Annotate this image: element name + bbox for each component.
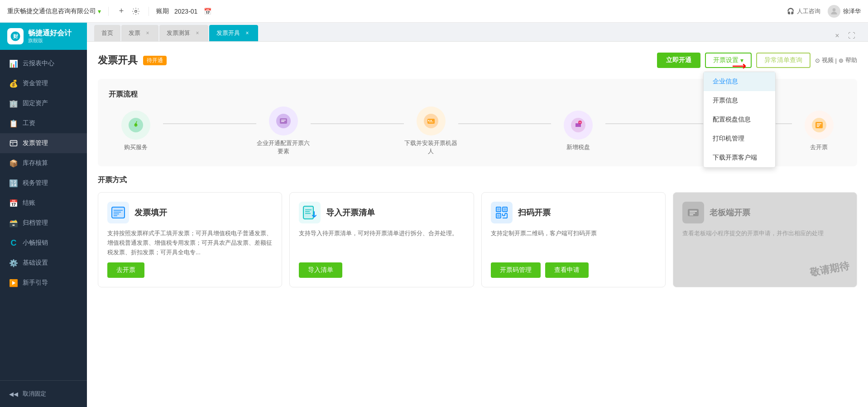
tab-bar: 首页 发票 × 发票测算 × 发票开具 × × ⛶: [87, 23, 868, 42]
topbar-settings-icon[interactable]: [130, 6, 141, 17]
window-maximize-icon[interactable]: ⛶: [846, 30, 857, 41]
logo-text-block: 畅捷通好会计 旗舰版: [28, 29, 72, 44]
saoma-action-button-2[interactable]: 查看申请: [545, 262, 589, 278]
sidebar-logo: 财 畅捷通好会计 旗舰版: [0, 23, 87, 50]
method-card-tiankong-title: 发票填开: [134, 207, 167, 218]
yunbaobiao-icon: 📊: [9, 59, 18, 68]
methods-grid: 发票填开 支持按照发票样式手工填开发票；可开具增值税电子普通发票、增值税普通发票…: [98, 192, 857, 287]
red-arrow-indicator: [731, 64, 749, 74]
dropdown-item-tax-disk[interactable]: 配置税盘信息: [704, 110, 775, 129]
flow-step-1: 购买服务: [109, 111, 163, 151]
topbar-right: 🎧 人工咨询 徐泽华: [787, 5, 861, 18]
flow-step-4-label: 新增税盘: [566, 143, 590, 151]
sidebar-item-label: 云报表中心: [23, 59, 54, 68]
dropdown-item-invoice-info[interactable]: 开票信息: [704, 91, 775, 110]
guidang-icon: 🗃️: [9, 218, 18, 228]
period-label: 账期: [156, 7, 169, 15]
method-card-tiankong-actions: 去开票: [107, 262, 273, 278]
saoma-action-button-1[interactable]: 开票码管理: [491, 262, 541, 278]
tab-fapiao[interactable]: 发票 ×: [121, 25, 158, 41]
tab-home[interactable]: 首页: [94, 25, 120, 41]
svg-rect-4: [10, 141, 17, 146]
saoma-icon: [491, 202, 513, 223]
sidebar-item-jiezhang[interactable]: 📅 结账: [0, 193, 87, 213]
activate-button[interactable]: 立即开通: [657, 53, 700, 68]
content-area: 首页 发票 × 发票测算 × 发票开具 × × ⛶: [87, 23, 868, 407]
sidebar-item-gongzi[interactable]: 📋 工资: [0, 113, 87, 133]
method-card-daoru-title: 导入开票清单: [326, 207, 375, 218]
svg-text:财: 财: [13, 34, 19, 39]
period-calendar-icon[interactable]: 📅: [204, 8, 211, 15]
jiezhang-icon: 📅: [9, 199, 18, 208]
flow-step-5: 去开票: [792, 111, 846, 151]
sidebar-item-guidang[interactable]: 🗃️ 归档管理: [0, 213, 87, 233]
sidebar-item-label: 固定资产: [23, 99, 48, 107]
sidebar-item-fapiao[interactable]: 发票管理: [0, 133, 87, 153]
user-menu[interactable]: 徐泽华: [828, 5, 861, 18]
svg-point-0: [135, 10, 137, 12]
sidebar-item-shuiwu[interactable]: 🔢 税务管理: [0, 173, 87, 193]
add-tab-button[interactable]: +: [116, 6, 127, 17]
sidebar-item-label: 资金管理: [23, 79, 48, 87]
tab-fapiaocesuan[interactable]: 发票测算 ×: [159, 25, 208, 41]
method-card-laobanduan-header: 老板端开票: [682, 202, 848, 223]
help-icon: ⊚: [839, 57, 844, 64]
method-card-daoru: 导入开票清单 支持导入待开票清单，可对待开票清单进行拆分、合并处理。 导入清单: [289, 192, 474, 287]
abnormal-list-button[interactable]: 异常清单查询: [756, 53, 810, 68]
sidebar-collapse-button[interactable]: ◀◀ 取消固定: [0, 384, 87, 403]
page-header: 发票开具 待开通 立即开通 开票设置 ▾ 异常清单查询 ⊙ 视频 |: [98, 53, 857, 68]
logo-icon: 财: [7, 28, 24, 44]
tab-fapiaocesuan-close[interactable]: ×: [194, 29, 201, 37]
page-content: 发票开具 待开通 立即开通 开票设置 ▾ 异常清单查询 ⊙ 视频 |: [87, 42, 868, 407]
company-dropdown-icon[interactable]: ▾: [98, 8, 101, 15]
sidebar-item-gudingzichan[interactable]: 🏢 固定资产: [0, 93, 87, 113]
dropdown-item-printer[interactable]: 打印机管理: [704, 129, 775, 148]
app-title: 畅捷通好会计: [28, 29, 72, 37]
sidebar-item-xinshouyindao[interactable]: ▶️ 新手引导: [0, 273, 87, 293]
method-card-daoru-actions: 导入清单: [299, 262, 464, 278]
method-card-saoma-title: 扫码开票: [518, 207, 551, 218]
flow-step-1-icon: [121, 111, 150, 140]
video-button[interactable]: ⊙ 视频 | ⊚ 帮助: [815, 56, 857, 64]
sidebar-item-label: 基础设置: [23, 259, 48, 267]
tiankong-action-button[interactable]: 去开票: [107, 262, 144, 278]
dropdown-item-company-info[interactable]: 企业信息: [704, 72, 775, 91]
headset-icon: 🎧: [787, 8, 794, 15]
tab-home-label: 首页: [101, 29, 113, 37]
laobanduan-icon: [682, 202, 704, 223]
tiankong-icon: [107, 202, 129, 223]
method-card-saoma: 扫码开票 支持定制开票二维码，客户端可扫码开票 开票码管理 查看申请: [481, 192, 666, 287]
flow-step-4: + 新增税盘: [551, 111, 605, 151]
company-selector[interactable]: 重庆畅捷交通信息咨询有限公司 ▾: [7, 7, 101, 15]
dropdown-item-download-client[interactable]: 下载开票客户端: [704, 148, 775, 167]
sidebar-item-baoxiao[interactable]: C 小畅报销: [0, 233, 87, 253]
consulting-label: 人工咨询: [797, 7, 820, 15]
video-label: 视频: [822, 56, 834, 64]
tab-fapiaokaiqu-close[interactable]: ×: [244, 29, 251, 37]
collapse-label: 取消固定: [23, 390, 46, 398]
settings-dropdown-menu: 企业信息 开票信息 配置税盘信息 打印机管理 下载开票客户端: [703, 72, 776, 168]
method-card-tiankong-header: 发票填开: [107, 202, 273, 223]
status-badge: 待开通: [143, 56, 167, 65]
svg-point-1: [833, 8, 836, 11]
method-card-daoru-header: 导入开票清单: [299, 202, 464, 223]
tab-fapiaocesuan-label: 发票测算: [167, 29, 190, 37]
svg-rect-26: [112, 207, 125, 218]
kucun-icon: 📦: [9, 159, 18, 168]
consulting-button[interactable]: 🎧 人工咨询: [787, 7, 820, 15]
sidebar-item-kucun[interactable]: 📦 库存核算: [0, 153, 87, 173]
method-card-tiankong: 发票填开 支持按照发票样式手工填开发票；可开具增值税电子普通发票、增值税普通发票…: [98, 192, 282, 287]
tab-fapiaokaiqu[interactable]: 发票开具 ×: [209, 25, 258, 41]
flow-step-5-icon: [805, 111, 834, 140]
svg-rect-32: [303, 206, 313, 219]
jichushezhi-icon: ⚙️: [9, 258, 18, 267]
tab-fapiao-close[interactable]: ×: [144, 29, 151, 37]
sidebar-item-zijin[interactable]: 💰 资金管理: [0, 73, 87, 93]
daoru-action-button[interactable]: 导入清单: [299, 262, 342, 278]
sidebar-item-yunbaobiao[interactable]: 📊 云报表中心: [0, 53, 87, 73]
sidebar-item-jichushezhi[interactable]: ⚙️ 基础设置: [0, 253, 87, 273]
method-card-saoma-actions: 开票码管理 查看申请: [491, 262, 656, 278]
window-close-icon[interactable]: ×: [832, 30, 843, 41]
sidebar-item-label: 工资: [23, 119, 35, 127]
methods-title: 开票方式: [98, 175, 857, 185]
